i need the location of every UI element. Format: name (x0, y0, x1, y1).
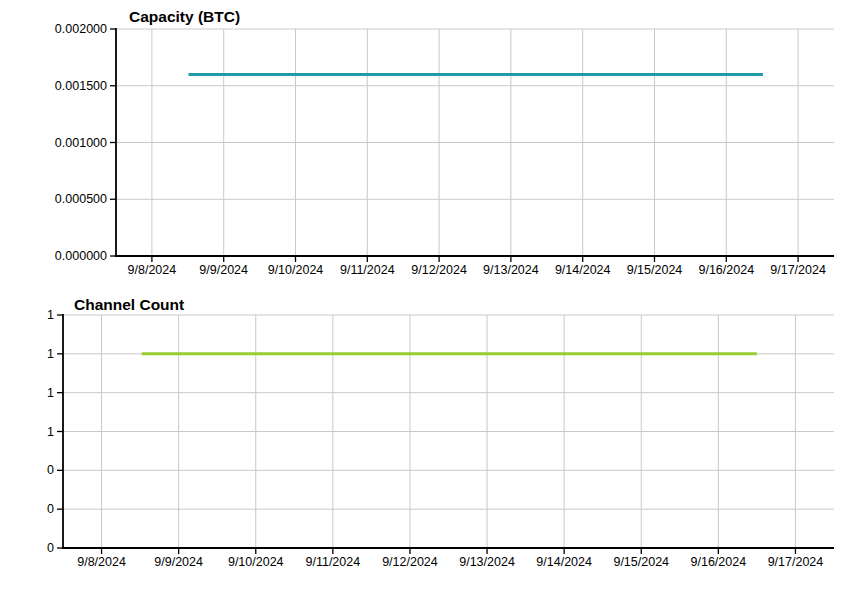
x-tick-label: 9/15/2024 (613, 555, 669, 569)
x-tick-label: 9/10/2024 (228, 555, 284, 569)
x-tick-label: 9/12/2024 (382, 555, 438, 569)
y-tick-label: 0 (47, 502, 54, 516)
x-tick-label: 9/13/2024 (459, 555, 515, 569)
y-tick-label: 0 (47, 541, 54, 555)
x-tick-label: 9/11/2024 (340, 263, 395, 277)
y-tick-label: 0 (47, 463, 54, 477)
x-tick-label: 9/12/2024 (411, 263, 467, 277)
y-tick-label: 0.000000 (55, 249, 107, 263)
x-tick-label: 9/10/2024 (268, 263, 324, 277)
x-tick-label: 9/16/2024 (698, 263, 754, 277)
x-tick-label: 9/15/2024 (627, 263, 683, 277)
x-tick-label: 9/9/2024 (199, 263, 248, 277)
x-tick-label: 9/8/2024 (77, 555, 126, 569)
x-tick-label: 9/17/2024 (768, 555, 824, 569)
y-tick-label: 0.000500 (55, 192, 107, 206)
charts-canvas: 9/8/20249/9/20249/10/20249/11/20249/12/2… (0, 0, 860, 600)
x-tick-label: 9/17/2024 (770, 263, 826, 277)
x-tick-label: 9/13/2024 (483, 263, 539, 277)
y-tick-label: 1 (47, 308, 54, 322)
x-tick-label: 9/9/2024 (154, 555, 203, 569)
y-tick-label: 1 (47, 425, 54, 439)
x-tick-label: 9/8/2024 (128, 263, 177, 277)
y-tick-label: 1 (47, 386, 54, 400)
x-tick-label: 9/16/2024 (691, 555, 747, 569)
x-tick-label: 9/11/2024 (306, 555, 361, 569)
x-tick-label: 9/14/2024 (555, 263, 611, 277)
y-tick-label: 1 (47, 347, 54, 361)
y-tick-label: 0.001500 (55, 79, 107, 93)
y-tick-label: 0.002000 (55, 22, 107, 36)
y-tick-label: 0.001000 (55, 136, 107, 150)
x-tick-label: 9/14/2024 (536, 555, 592, 569)
